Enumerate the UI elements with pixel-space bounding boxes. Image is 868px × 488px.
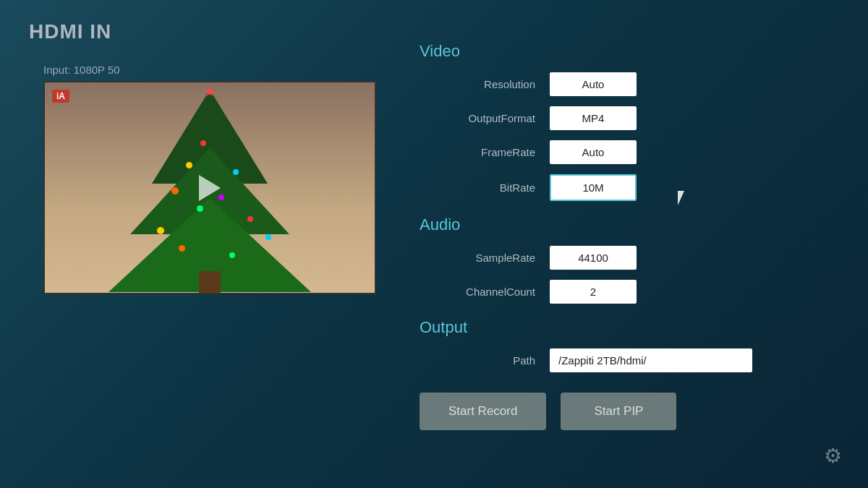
path-label: Path [420,354,550,367]
resolution-input[interactable] [550,72,637,96]
video-preview: ★ iA [43,81,376,294]
ornament [186,162,192,168]
ornament [179,245,185,252]
resolution-row: Resolution [420,72,825,96]
bitrate-input[interactable] [550,174,637,201]
tree-trunk [199,271,221,293]
start-pip-button[interactable]: Start PIP [561,393,676,430]
tree-star: ★ [204,84,216,100]
video-scene: ★ [45,82,375,293]
bitrate-row: BitRate [420,174,825,201]
framerate-label: FrameRate [420,146,550,158]
ornament [229,252,235,258]
path-input[interactable] [550,348,752,372]
samplerate-row: SampleRate [420,246,825,270]
ornament [265,234,271,240]
framerate-input[interactable] [550,140,637,164]
video-section-title: Video [420,42,825,61]
outputformat-row: OutputFormat [420,106,825,130]
outputformat-label: OutputFormat [420,112,550,124]
app-title: HDMI IN [29,20,111,43]
channelcount-input[interactable] [550,280,637,304]
bitrate-label: BitRate [420,181,550,194]
framerate-row: FrameRate [420,140,825,164]
play-button[interactable] [199,175,221,201]
ornament [171,187,179,194]
ornament [157,227,164,234]
settings-panel: Video Resolution OutputFormat FrameRate … [420,36,825,382]
audio-section-title: Audio [420,215,825,234]
gear-icon[interactable]: ⚙ [824,444,842,468]
channelcount-label: ChannelCount [420,286,550,298]
ornament [247,216,253,222]
outputformat-input[interactable] [550,106,637,130]
start-record-button[interactable]: Start Record [420,393,546,430]
resolution-label: Resolution [420,78,550,90]
input-label: Input: 1080P 50 [43,64,120,76]
samplerate-input[interactable] [550,246,637,270]
ia-badge: iA [52,90,69,103]
output-section-title: Output [420,318,825,337]
ornament [197,205,203,212]
samplerate-label: SampleRate [420,252,550,264]
ornament [200,140,206,146]
buttons-row: Start Record Start PIP [420,393,676,430]
ornament [233,169,239,175]
path-row: Path [420,348,825,372]
channelcount-row: ChannelCount [420,280,825,304]
